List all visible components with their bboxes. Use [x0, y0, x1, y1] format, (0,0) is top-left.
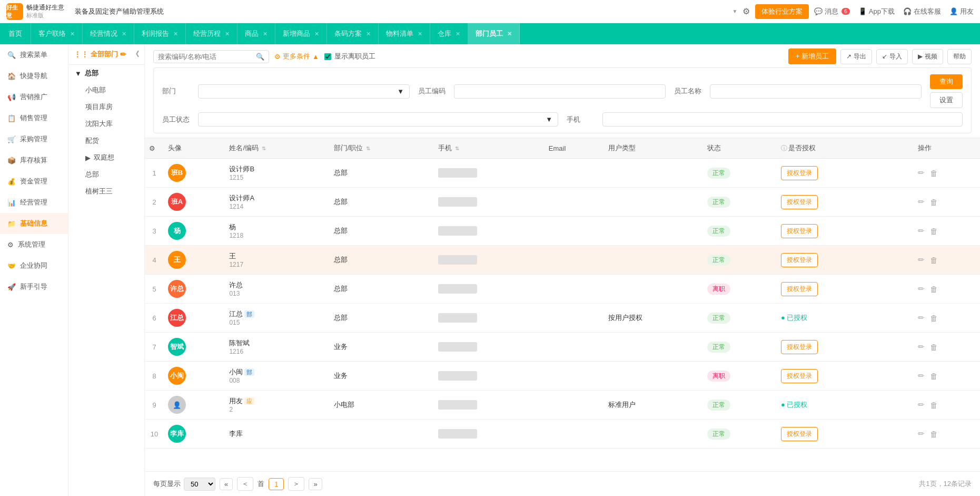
tab-close-history[interactable]: ✕ [225, 31, 230, 37]
online-service-button[interactable]: 🎧 在线客服 [903, 7, 941, 16]
first-page-btn[interactable]: « [220, 478, 233, 490]
auth-button[interactable]: 授权登录 [781, 253, 818, 267]
tree-item-zhishu[interactable]: 植树王三 [79, 183, 144, 200]
gear-icon[interactable]: ⚙ [743, 6, 750, 16]
system-title-dropdown[interactable]: ▼ [732, 8, 737, 14]
nav-item-finance[interactable]: 💰 资金管理 [0, 171, 68, 192]
tab-close-goods[interactable]: ✕ [263, 31, 268, 37]
delete-icon[interactable]: 🗑 [930, 430, 938, 439]
th-phone[interactable]: 手机 ⇅ [434, 138, 545, 159]
edit-icon[interactable]: ✏ [918, 342, 925, 352]
prev-page-btn[interactable]: ＜ [237, 477, 253, 491]
auth-button[interactable]: 授权登录 [781, 427, 818, 441]
current-page-number[interactable]: 1 [269, 478, 284, 490]
tab-profit[interactable]: 利润报告 ✕ [134, 23, 186, 44]
delete-icon[interactable]: 🗑 [930, 227, 938, 236]
show-resigned-checkbox[interactable] [324, 53, 331, 60]
nav-item-system[interactable]: ⚙ 系统管理 [0, 234, 68, 255]
tab-home[interactable]: 首页 [0, 23, 31, 44]
auth-button[interactable]: 授权登录 [781, 369, 818, 383]
delete-icon[interactable]: 🗑 [930, 401, 938, 410]
delete-icon[interactable]: 🗑 [930, 169, 938, 178]
tab-goods[interactable]: 商品 ✕ [237, 23, 275, 44]
per-page-select[interactable]: 50 100 200 [184, 478, 215, 491]
tab-close-warehouse[interactable]: ✕ [456, 31, 460, 37]
th-settings[interactable]: ⚙ [145, 138, 164, 159]
collapse-icon[interactable]: 《 [132, 50, 139, 59]
trial-button[interactable]: 体验行业方案 [755, 4, 809, 19]
add-employee-button[interactable]: + 新增员工 [788, 48, 836, 64]
tab-department[interactable]: 部门员工 ✕ [468, 23, 520, 44]
edit-icon[interactable]: ✏ [918, 284, 925, 294]
delete-icon[interactable]: 🗑 [930, 372, 938, 381]
auth-button[interactable]: 授权登录 [781, 224, 818, 238]
edit-icon[interactable]: ✏ [918, 255, 925, 265]
th-dept-position[interactable]: 部门/职位 ⇅ [330, 138, 434, 159]
tab-close-bom[interactable]: ✕ [418, 31, 422, 37]
nav-item-basic[interactable]: 📁 基础信息 [0, 213, 68, 234]
tree-item-distribution[interactable]: 配货 [79, 132, 144, 149]
nav-item-purchase[interactable]: 🛒 采购管理 [0, 129, 68, 150]
user-button[interactable]: 👤 用友 [949, 7, 974, 16]
dept-select[interactable]: ▼ [198, 84, 410, 99]
show-resigned-label[interactable]: 显示离职员工 [324, 52, 375, 61]
nav-item-search[interactable]: 🔍 搜索菜单 [0, 44, 68, 65]
tree-item-shuangtingxiang[interactable]: ▶ 双庭想 [79, 149, 144, 166]
tab-close-barcode[interactable]: ✕ [366, 31, 371, 37]
edit-dept-icon[interactable]: ✏ [120, 50, 126, 59]
next-page-btn[interactable]: ＞ [288, 477, 304, 491]
edit-icon[interactable]: ✏ [918, 313, 925, 323]
delete-icon[interactable]: 🗑 [930, 343, 938, 352]
tab-barcode[interactable]: 条码方案 ✕ [327, 23, 379, 44]
emp-code-input[interactable] [454, 84, 666, 99]
search-button[interactable]: 查询 [930, 74, 963, 89]
th-name-code[interactable]: 姓名/编码 ⇅ [225, 138, 329, 159]
nav-item-guide[interactable]: 🚀 新手引导 [0, 276, 68, 297]
auth-button[interactable]: 授权登录 [781, 340, 818, 354]
delete-icon[interactable]: 🗑 [930, 256, 938, 265]
nav-item-marketing[interactable]: 📢 营销推广 [0, 86, 68, 108]
search-input[interactable] [158, 53, 253, 61]
tab-operation[interactable]: 经营情况 ✕ [83, 23, 134, 44]
import-button[interactable]: ↙ 导入 [876, 49, 908, 64]
edit-icon[interactable]: ✏ [918, 226, 925, 236]
tab-bom[interactable]: 物料清单 ✕ [379, 23, 430, 44]
tab-close-profit[interactable]: ✕ [173, 31, 178, 37]
auth-button[interactable]: 授权登录 [781, 166, 818, 180]
tree-item-head-office-sub[interactable]: 总部 [79, 166, 144, 183]
nav-item-business[interactable]: 📊 经营管理 [0, 192, 68, 213]
view-button[interactable]: ▶ 视频 [912, 49, 943, 64]
tab-customer[interactable]: 客户联络 ✕ [31, 23, 83, 44]
tree-item-shenyang[interactable]: 沈阳大库 [79, 115, 144, 132]
edit-icon[interactable]: ✏ [918, 371, 925, 381]
edit-icon[interactable]: ✏ [918, 197, 925, 207]
setting-button[interactable]: 设置 [930, 92, 963, 108]
auth-button[interactable]: 授权登录 [781, 282, 818, 296]
tree-item-head-office[interactable]: ▼ 总部 [68, 65, 144, 82]
nav-item-sales[interactable]: 📋 销售管理 [0, 108, 68, 129]
tab-add-goods[interactable]: 新增商品 ✕ [275, 23, 327, 44]
last-page-btn[interactable]: » [309, 478, 322, 490]
app-download-button[interactable]: 📱 App下载 [858, 7, 895, 16]
message-button[interactable]: 💬 消息 6 [814, 7, 850, 16]
tab-close-add-goods[interactable]: ✕ [314, 31, 319, 37]
help-button[interactable]: 帮助 [947, 49, 972, 64]
tree-item-small-elec[interactable]: 小电部 [79, 82, 144, 99]
nav-item-inventory[interactable]: 📦 库存核算 [0, 150, 68, 171]
auth-button[interactable]: 授权登录 [781, 195, 818, 209]
delete-icon[interactable]: 🗑 [930, 285, 938, 294]
nav-item-quick[interactable]: 🏠 快捷导航 [0, 65, 68, 86]
tree-item-project-room[interactable]: 项目库房 [79, 99, 144, 115]
nav-item-collab[interactable]: 🤝 企业协同 [0, 255, 68, 276]
export-button[interactable]: ↗ 导出 [840, 49, 872, 64]
emp-status-select[interactable]: ▼ [198, 112, 558, 127]
edit-icon[interactable]: ✏ [918, 400, 925, 410]
tab-close-operation[interactable]: ✕ [122, 31, 126, 37]
phone-input[interactable] [602, 112, 963, 127]
emp-name-input[interactable] [710, 84, 922, 99]
delete-icon[interactable]: 🗑 [930, 314, 938, 323]
edit-icon[interactable]: ✏ [918, 168, 925, 178]
tab-close-customer[interactable]: ✕ [70, 31, 75, 37]
tab-history[interactable]: 经营历程 ✕ [186, 23, 237, 44]
delete-icon[interactable]: 🗑 [930, 198, 938, 207]
